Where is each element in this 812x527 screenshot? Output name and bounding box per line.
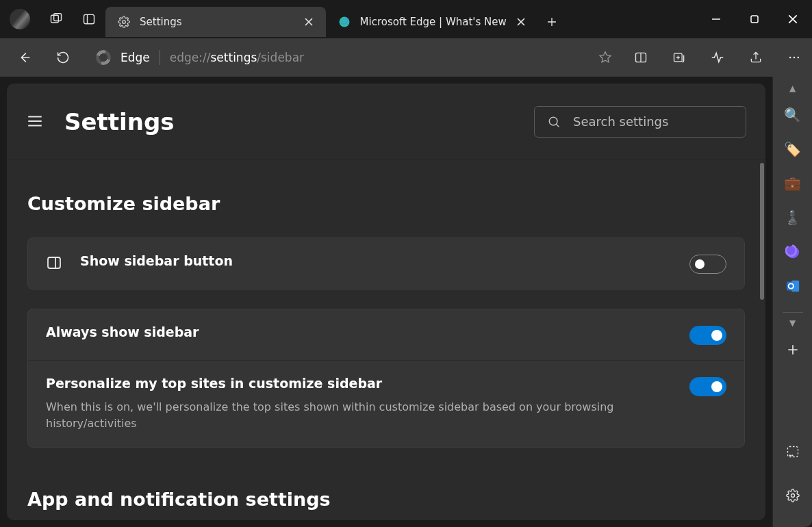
toggle-show-sidebar[interactable] — [689, 255, 726, 274]
card-sidebar-options: Always show sidebar Personalize my top s… — [27, 309, 745, 448]
performance-icon[interactable] — [702, 42, 733, 73]
share-icon[interactable] — [741, 42, 771, 73]
sidebar-settings-icon[interactable] — [779, 482, 807, 509]
gear-icon — [118, 16, 130, 28]
sidebar-games-icon[interactable]: ♟️ — [779, 204, 807, 231]
address-url: edge://settings/sidebar — [170, 51, 304, 64]
svg-rect-2 — [84, 14, 94, 23]
setting-label-show-sidebar: Show sidebar button — [80, 253, 672, 268]
split-screen-icon[interactable] — [626, 42, 656, 73]
more-icon[interactable] — [779, 42, 809, 73]
menu-icon[interactable] — [26, 112, 45, 131]
setting-label-personalize: Personalize my top sites in customize si… — [46, 376, 672, 391]
tab-label: Microsoft Edge | What's New — [360, 16, 507, 28]
svg-rect-1 — [54, 14, 62, 21]
search-icon — [547, 115, 561, 129]
browser-sidebar: ▲ 🔍 🏷️ 💼 ♟️ ▼ — [772, 77, 812, 527]
workspaces-icon[interactable] — [49, 12, 63, 26]
toolbar: Edge edge://settings/sidebar — [0, 38, 812, 77]
svg-rect-6 — [751, 16, 758, 23]
titlebar: Settings Microsoft Edge | What's New — [0, 0, 812, 38]
edge-icon — [338, 16, 351, 28]
tabstrip: Settings Microsoft Edge | What's New — [105, 0, 566, 38]
collections-icon[interactable] — [664, 42, 694, 73]
tab-settings[interactable]: Settings — [105, 7, 326, 37]
sidebar-screenshot-icon[interactable] — [779, 438, 807, 465]
chevron-up-icon[interactable]: ▲ — [789, 83, 796, 93]
toggle-always-show[interactable] — [689, 326, 726, 345]
edge-logo-icon — [96, 50, 111, 65]
maximize-button[interactable] — [735, 0, 774, 38]
sidebar-outlook-icon[interactable] — [779, 272, 807, 300]
search-placeholder: Search settings — [573, 114, 668, 129]
svg-point-13 — [549, 117, 557, 125]
sidebar-panel-icon — [46, 255, 62, 271]
tab-whatsnew[interactable]: Microsoft Edge | What's New — [326, 7, 538, 37]
tab-actions-icon[interactable] — [82, 12, 96, 26]
profile-avatar[interactable] — [10, 9, 30, 29]
setting-label-always-show: Always show sidebar — [46, 324, 672, 339]
sidebar-search-icon[interactable]: 🔍 — [779, 101, 807, 129]
scrollbar-thumb[interactable] — [760, 163, 764, 300]
svg-rect-0 — [51, 15, 59, 23]
back-button[interactable] — [10, 42, 40, 73]
section-heading-customize: Customize sidebar — [27, 193, 745, 214]
refresh-button[interactable] — [48, 42, 78, 73]
settings-page: Settings Search settings Customize sideb… — [7, 83, 765, 520]
toggle-personalize[interactable] — [689, 377, 726, 396]
svg-rect-14 — [48, 257, 60, 268]
svg-point-11 — [794, 57, 796, 59]
new-tab-button[interactable] — [538, 7, 566, 37]
minimize-button[interactable] — [697, 0, 735, 38]
sidebar-add-button[interactable] — [779, 336, 807, 363]
section-heading-apps: App and notification settings — [27, 489, 745, 510]
svg-rect-17 — [791, 281, 799, 292]
sidebar-shopping-icon[interactable]: 🏷️ — [779, 136, 807, 163]
page-title: Settings — [64, 108, 175, 136]
tab-label: Settings — [140, 16, 182, 28]
card-sidebar-button: Show sidebar button — [27, 237, 745, 290]
address-protocol-label: Edge — [120, 51, 150, 64]
setting-desc-personalize: When this is on, we'll personalize the t… — [46, 399, 672, 432]
sidebar-m365-icon[interactable] — [779, 238, 807, 266]
close-button[interactable] — [774, 0, 812, 38]
svg-point-4 — [123, 21, 126, 24]
svg-point-10 — [789, 57, 791, 59]
sidebar-tools-icon[interactable]: 💼 — [779, 170, 807, 197]
svg-point-12 — [798, 57, 800, 59]
svg-point-22 — [791, 494, 794, 498]
search-settings-input[interactable]: Search settings — [534, 106, 746, 138]
svg-point-20 — [789, 454, 791, 456]
address-bar[interactable]: Edge edge://settings/sidebar — [86, 44, 618, 71]
svg-point-21 — [791, 454, 793, 456]
window-controls — [697, 0, 812, 38]
close-tab-icon[interactable] — [304, 17, 314, 27]
chevron-down-icon[interactable]: ▼ — [789, 318, 796, 328]
favorite-icon[interactable] — [598, 51, 612, 64]
close-tab-icon[interactable] — [516, 17, 526, 27]
